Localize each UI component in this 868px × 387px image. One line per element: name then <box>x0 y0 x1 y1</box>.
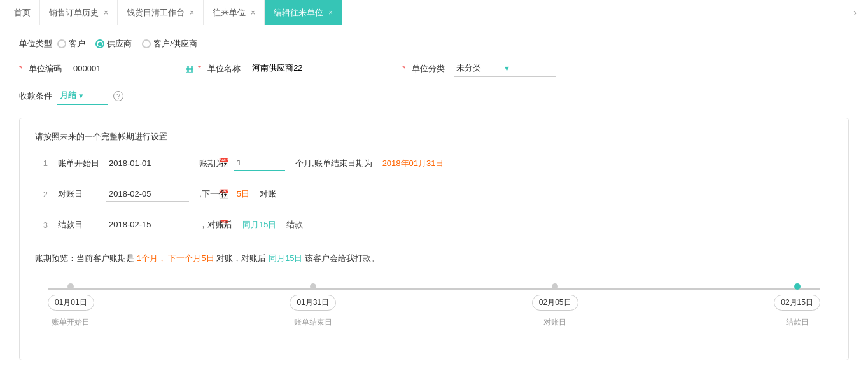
close-edit-contact[interactable]: × <box>328 8 333 17</box>
period-label-1: 账单开始日 <box>58 158 96 169</box>
period-desc-2-highlight: 5日 <box>237 188 249 200</box>
period-row-2: 2 对账日 📅 ,下一个 5日 对账 <box>35 186 833 202</box>
name-required: * <box>198 64 201 73</box>
preview-label: 账期预览：当前客户账期是 <box>35 253 134 263</box>
unit-type-row: 单位类型 客户 供应商 客户/供应商 <box>19 38 849 50</box>
period-num-2: 2 <box>35 190 48 199</box>
radio-both[interactable]: 客户/供应商 <box>142 38 197 50</box>
period-desc-suffix-1: 个月,账单结束日期为 <box>295 158 372 169</box>
tl-badge-2: 01月31日 <box>290 295 336 311</box>
period-desc-3-prefix: ，对账后 <box>199 219 232 230</box>
payment-value: 月结 <box>60 90 76 101</box>
tl-label-3: 对账日 <box>543 317 566 328</box>
period-row-3: 3 结款日 📅 ，对账后 同月15日 结款 <box>35 217 833 232</box>
period-num-1: 1 <box>35 158 48 168</box>
tab-cash-work[interactable]: 钱货日清工作台 × <box>118 0 204 25</box>
period-row-1: 1 账单开始日 📅 账期为 个月,账单结束日期为 2018年01月31日 <box>35 155 833 171</box>
preview-part3: 对账，对账后 <box>216 253 266 263</box>
period-desc-3-highlight: 同月15日 <box>242 219 276 230</box>
unit-category-label: 单位分类 <box>412 63 445 74</box>
tl-badge-3: 02月05日 <box>532 295 578 311</box>
date-input-2[interactable]: 📅 <box>106 186 189 202</box>
tl-dot-start <box>67 283 74 290</box>
category-dropdown-icon: ▾ <box>505 63 553 73</box>
main-content: 单位类型 客户 供应商 客户/供应商 * 单位编码 ▦ <box>0 25 868 387</box>
period-card: 请按照未来的一个完整帐期进行设置 1 账单开始日 📅 账期为 个月,账单结束日期… <box>19 118 849 360</box>
period-label-3: 结款日 <box>58 219 96 230</box>
period-card-title: 请按照未来的一个完整帐期进行设置 <box>35 131 833 143</box>
payment-select[interactable]: 月结 ▾ <box>57 87 108 105</box>
unit-code-field[interactable]: ▦ <box>71 61 172 76</box>
preview-part4: 同月15日 <box>269 253 302 263</box>
period-desc-3-suffix: 结款 <box>286 219 303 230</box>
radio-customer-circle <box>57 39 66 48</box>
period-desc-prefix-1: 账期为 <box>199 158 224 169</box>
payment-dropdown-icon: ▾ <box>79 91 83 101</box>
date-input-1[interactable]: 📅 <box>106 156 189 171</box>
unit-name-label: 单位名称 <box>207 63 241 74</box>
category-required: * <box>402 64 405 73</box>
tl-label-4: 结款日 <box>786 317 809 328</box>
unit-type-radio-group: 客户 供应商 客户/供应商 <box>57 38 197 50</box>
tl-dot-end <box>794 283 801 290</box>
timeline-point-end: 02月15日 结款日 <box>774 283 820 328</box>
preview-part5: 该客户会给我打款。 <box>305 253 379 263</box>
date-input-3[interactable]: 📅 <box>106 217 189 232</box>
timeline-point-3: 02月05日 对账日 <box>532 283 578 328</box>
radio-both-circle <box>142 39 151 48</box>
unit-category-select[interactable]: 未分类 ▾ <box>454 60 556 77</box>
period-rows: 1 账单开始日 📅 账期为 个月,账单结束日期为 2018年01月31日 2 对… <box>35 155 833 232</box>
payment-row: 收款条件 月结 ▾ ? <box>19 87 849 105</box>
unit-name-input[interactable] <box>249 61 377 76</box>
tab-contacts[interactable]: 往来单位 × <box>204 0 265 25</box>
tl-dot-3 <box>552 283 558 290</box>
code-required: * <box>19 64 22 73</box>
payment-label: 收款条件 <box>19 90 52 102</box>
timeline-point-2: 01月31日 账单结束日 <box>290 283 336 328</box>
preview-part2: 下一个月5日 <box>168 253 214 263</box>
close-contacts[interactable]: × <box>251 8 255 17</box>
payment-help-icon[interactable]: ? <box>113 91 123 101</box>
tl-label-1: 账单开始日 <box>52 317 90 328</box>
account-preview: 账期预览：当前客户账期是 1个月， 下一个月5日 对账，对账后 同月15日 该客… <box>35 245 833 264</box>
period-label-2: 对账日 <box>58 188 96 200</box>
period-desc-2-prefix: ,下一个 <box>199 188 227 200</box>
unit-info-row: * 单位编码 ▦ * 单位名称 * 单位分类 未分类 ▾ <box>19 60 849 77</box>
timeline-point-start: 01月01日 账单开始日 <box>48 283 94 328</box>
unit-type-label: 单位类型 <box>19 38 52 50</box>
radio-supplier[interactable]: 供应商 <box>95 38 132 50</box>
period-end-date: 2018年01月31日 <box>382 158 444 169</box>
period-num-3: 3 <box>35 220 48 230</box>
tl-badge-1: 01月01日 <box>48 295 94 311</box>
tab-more-button[interactable]: › <box>847 7 863 18</box>
timeline: 01月01日 账单开始日 01月31日 账单结束日 02月05日 对账日 02月… <box>35 277 833 347</box>
unit-category-value: 未分类 <box>456 62 505 74</box>
unit-code-input[interactable] <box>71 61 183 76</box>
tl-badge-4: 02月15日 <box>774 295 820 311</box>
tab-sales-history[interactable]: 销售订单历史 × <box>40 0 118 25</box>
radio-customer[interactable]: 客户 <box>57 38 85 50</box>
tabs-bar: 首页 销售订单历史 × 钱货日清工作台 × 往来单位 × 编辑往来单位 × › <box>0 0 868 25</box>
tab-home[interactable]: 首页 <box>5 0 40 25</box>
tab-edit-contact[interactable]: 编辑往来单位 × <box>265 0 342 25</box>
tl-label-2: 账单结束日 <box>294 317 332 328</box>
preview-part1: 1个月， <box>137 253 166 263</box>
close-cash-work[interactable]: × <box>190 8 194 17</box>
period-months-input[interactable] <box>234 155 285 171</box>
unit-code-icon[interactable]: ▦ <box>183 63 196 73</box>
period-months-field[interactable] <box>234 155 285 170</box>
period-desc-2-suffix: 对账 <box>260 188 276 200</box>
close-sales-history[interactable]: × <box>104 8 108 17</box>
unit-code-label: 单位编码 <box>29 63 62 74</box>
tl-dot-2 <box>310 283 316 290</box>
timeline-points: 01月01日 账单开始日 01月31日 账单结束日 02月05日 对账日 02月… <box>48 283 820 328</box>
radio-supplier-circle <box>95 39 104 48</box>
